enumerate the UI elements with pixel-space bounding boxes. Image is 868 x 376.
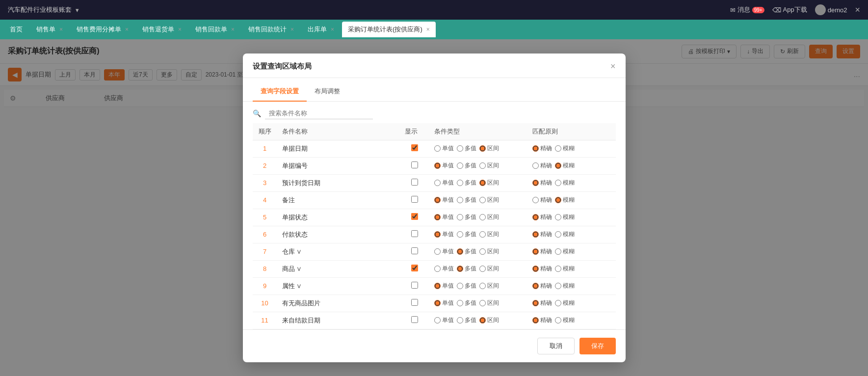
message-item[interactable]: ✉ 消息 99+ [730, 5, 764, 14]
type-radio[interactable] [434, 231, 441, 238]
type-radio[interactable] [457, 248, 463, 255]
match-radio[interactable] [555, 317, 561, 323]
tab-outbound[interactable]: 出库单 × [302, 22, 340, 37]
cancel-button[interactable]: 取消 [537, 338, 575, 354]
tab-sales-close[interactable]: × [59, 26, 63, 33]
type-radio[interactable] [479, 231, 486, 238]
app-download-item[interactable]: ⌫ App下载 [772, 5, 807, 14]
cell-name: 有无商品图片 [277, 295, 400, 312]
tab-purchase-stats[interactable]: 采购订单统计表(按供应商) × [342, 22, 436, 37]
match-radio[interactable] [555, 248, 561, 255]
conditions-table: 顺序 条件名称 显示 条件类型 匹配原则 1单据日期单值多值区间精确模糊2单据编… [253, 123, 616, 329]
type-radio[interactable] [457, 283, 463, 289]
modal-close-button[interactable]: × [610, 61, 616, 72]
user-item[interactable]: demo2 [815, 4, 847, 15]
display-checkbox[interactable] [411, 179, 418, 186]
type-radio[interactable] [457, 231, 463, 238]
type-radio[interactable] [457, 145, 463, 152]
cell-order: 5 [253, 209, 277, 226]
display-checkbox[interactable] [411, 196, 418, 203]
type-radio[interactable] [434, 145, 441, 152]
tab-payment-stats[interactable]: 销售回款统计 × [242, 22, 300, 37]
type-radio[interactable] [434, 214, 441, 220]
type-radio[interactable] [479, 300, 486, 306]
tab-sales[interactable]: 销售单 × [30, 22, 69, 37]
match-radio[interactable] [532, 266, 539, 272]
display-checkbox[interactable] [411, 213, 418, 220]
type-radio[interactable] [434, 283, 441, 289]
display-checkbox[interactable] [411, 316, 418, 323]
type-radio[interactable] [479, 266, 486, 272]
match-radio[interactable] [555, 214, 561, 220]
type-radio[interactable] [457, 300, 463, 306]
save-button[interactable]: 保存 [579, 338, 616, 354]
type-radio[interactable] [479, 180, 486, 186]
match-radio[interactable] [532, 180, 539, 186]
match-radio[interactable] [532, 317, 539, 323]
cell-type: 单值多值区间 [429, 295, 527, 312]
type-radio[interactable] [457, 266, 463, 272]
display-checkbox[interactable] [411, 144, 418, 151]
match-radio[interactable] [555, 300, 561, 306]
search-input[interactable] [265, 107, 373, 119]
tab-outbound-close[interactable]: × [331, 26, 334, 33]
type-radio[interactable] [434, 162, 441, 169]
display-checkbox[interactable] [411, 161, 418, 168]
tab-cost-split-close[interactable]: × [125, 26, 129, 33]
type-radio[interactable] [434, 317, 441, 323]
table-row: 3预计到货日期单值多值区间精确模糊 [253, 174, 616, 191]
dropdown-icon[interactable]: ▾ [76, 6, 79, 14]
cell-display [400, 226, 429, 243]
type-radio[interactable] [479, 197, 486, 203]
match-radio[interactable] [532, 214, 539, 220]
type-radio[interactable] [479, 317, 486, 323]
match-radio[interactable] [555, 197, 561, 203]
display-checkbox[interactable] [411, 282, 418, 289]
type-radio[interactable] [457, 317, 463, 323]
tab-cost-split[interactable]: 销售费用分摊单 × [71, 22, 134, 37]
modal-tab-query-fields[interactable]: 查询字段设置 [253, 84, 307, 102]
type-radio[interactable] [479, 145, 486, 152]
display-checkbox[interactable] [411, 247, 418, 254]
type-radio[interactable] [434, 180, 441, 186]
type-radio[interactable] [457, 162, 463, 169]
modal-tab-layout[interactable]: 布局调整 [307, 84, 348, 102]
type-radio[interactable] [434, 197, 441, 203]
tab-sales-return[interactable]: 销售退货单 × [136, 22, 187, 37]
type-radio[interactable] [434, 266, 441, 272]
match-radio[interactable] [555, 283, 561, 289]
match-radio[interactable] [532, 162, 539, 169]
match-radio[interactable] [532, 231, 539, 238]
match-radio[interactable] [555, 162, 561, 169]
top-bar-close-button[interactable]: × [855, 5, 860, 15]
match-radio[interactable] [555, 180, 561, 186]
type-radio[interactable] [479, 283, 486, 289]
match-radio[interactable] [532, 197, 539, 203]
match-radio[interactable] [532, 283, 539, 289]
type-radio[interactable] [457, 180, 463, 186]
tab-purchase-stats-close[interactable]: × [426, 26, 430, 33]
type-radio[interactable] [479, 162, 486, 169]
tab-payment-stats-close[interactable]: × [290, 26, 294, 33]
type-radio[interactable] [479, 214, 486, 220]
type-radio[interactable] [434, 248, 441, 255]
match-radio[interactable] [555, 145, 561, 152]
type-radio[interactable] [457, 214, 463, 220]
tab-sales-return-close[interactable]: × [178, 26, 182, 33]
match-radio[interactable] [532, 145, 539, 152]
match-radio[interactable] [532, 300, 539, 306]
tab-home[interactable]: 首页 [4, 22, 28, 37]
match-radio[interactable] [532, 248, 539, 255]
display-checkbox[interactable] [411, 299, 418, 306]
tab-payment[interactable]: 销售回款单 × [189, 22, 240, 37]
display-checkbox[interactable] [411, 230, 418, 237]
cell-match: 精确模糊 [527, 260, 616, 277]
match-radio[interactable] [555, 266, 561, 272]
display-checkbox[interactable] [411, 265, 418, 271]
match-radio[interactable] [555, 231, 561, 238]
cell-type: 单值多值区间 [429, 174, 527, 191]
type-radio[interactable] [479, 248, 486, 255]
type-radio[interactable] [457, 197, 463, 203]
tab-payment-close[interactable]: × [231, 26, 235, 33]
type-radio[interactable] [434, 300, 441, 306]
